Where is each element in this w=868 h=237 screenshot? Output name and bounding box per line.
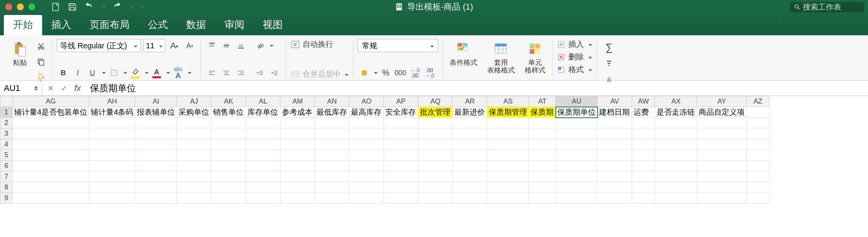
merge-center-button[interactable]: 合并后居中: [290, 69, 349, 79]
cell[interactable]: [177, 182, 211, 193]
cell[interactable]: [697, 128, 747, 139]
cell[interactable]: [384, 171, 418, 182]
cell[interactable]: [246, 161, 280, 171]
cell[interactable]: [384, 193, 418, 204]
redo-dropdown[interactable]: [129, 2, 133, 12]
column-header[interactable]: AK: [211, 96, 246, 107]
cell[interactable]: [211, 171, 246, 182]
cell[interactable]: 辅计量4是否包装单位: [13, 107, 89, 118]
cell[interactable]: [315, 118, 349, 128]
column-header[interactable]: AM: [280, 96, 315, 107]
number-format-select[interactable]: 常规: [358, 39, 438, 52]
cell[interactable]: [487, 139, 529, 150]
cell[interactable]: [280, 118, 315, 128]
row-header[interactable]: 5: [0, 150, 13, 161]
tab-视图[interactable]: 视图: [254, 15, 292, 35]
cell[interactable]: [487, 171, 529, 182]
cell[interactable]: [280, 171, 315, 182]
search-box[interactable]: [790, 2, 864, 12]
cell[interactable]: [315, 193, 349, 204]
cell[interactable]: [13, 171, 89, 182]
cell[interactable]: [13, 128, 89, 139]
cell[interactable]: [315, 182, 349, 193]
cell[interactable]: [747, 128, 770, 139]
decrease-indent-button[interactable]: [254, 66, 267, 79]
cell[interactable]: [280, 150, 315, 161]
cell[interactable]: [529, 150, 556, 161]
percent-button[interactable]: %: [379, 66, 392, 79]
column-header[interactable]: AJ: [177, 96, 211, 107]
cell[interactable]: [246, 118, 280, 128]
orientation-button[interactable]: ab: [254, 39, 267, 52]
cell[interactable]: [89, 128, 135, 139]
undo-icon[interactable]: [84, 2, 94, 12]
cell[interactable]: [13, 182, 89, 193]
cell[interactable]: [556, 128, 598, 139]
cell[interactable]: [453, 139, 487, 150]
cell[interactable]: [315, 128, 349, 139]
cell[interactable]: [89, 171, 135, 182]
fill-color-dropdown[interactable]: [143, 71, 149, 75]
cell[interactable]: [529, 171, 556, 182]
borders-button[interactable]: [107, 66, 120, 79]
tab-开始[interactable]: 开始: [4, 15, 42, 35]
row-header[interactable]: 8: [0, 182, 13, 193]
cell[interactable]: [280, 139, 315, 150]
clear-button[interactable]: [601, 73, 617, 86]
cell[interactable]: [418, 139, 453, 150]
align-bottom-button[interactable]: [234, 39, 247, 52]
cell[interactable]: [177, 139, 211, 150]
cell[interactable]: 最低库存: [315, 107, 349, 118]
cell[interactable]: [556, 161, 598, 171]
column-header[interactable]: AU: [556, 96, 598, 107]
sort-filter-button[interactable]: [601, 57, 617, 70]
format-cells-button[interactable]: 格式: [557, 64, 592, 75]
cell[interactable]: [598, 150, 632, 161]
cell[interactable]: [211, 118, 246, 128]
cut-button[interactable]: [34, 40, 47, 53]
cell[interactable]: [418, 128, 453, 139]
column-header[interactable]: AR: [453, 96, 487, 107]
cell[interactable]: [135, 128, 177, 139]
cell[interactable]: [135, 118, 177, 128]
cell[interactable]: [349, 171, 384, 182]
cell[interactable]: 安全库存: [384, 107, 418, 118]
cell[interactable]: [487, 161, 529, 171]
cell[interactable]: [529, 161, 556, 171]
cell[interactable]: [632, 128, 655, 139]
cell[interactable]: [349, 128, 384, 139]
cell[interactable]: [529, 128, 556, 139]
cell[interactable]: [280, 128, 315, 139]
cell[interactable]: 辅计量4条码: [89, 107, 135, 118]
cell[interactable]: [487, 193, 529, 204]
cell[interactable]: [632, 171, 655, 182]
column-header[interactable]: AS: [487, 96, 529, 107]
phonetic-dropdown[interactable]: [186, 71, 192, 75]
cell[interactable]: [453, 171, 487, 182]
redo-icon[interactable]: [112, 2, 122, 12]
cell[interactable]: [556, 182, 598, 193]
cell[interactable]: [453, 182, 487, 193]
cell[interactable]: [246, 182, 280, 193]
cell[interactable]: [697, 150, 747, 161]
font-name-select[interactable]: 等线 Regular (正文): [57, 39, 141, 52]
tab-公式[interactable]: 公式: [139, 15, 177, 35]
cell[interactable]: [280, 193, 315, 204]
cell[interactable]: [598, 118, 632, 128]
align-left-button[interactable]: [205, 66, 218, 79]
cell[interactable]: [89, 161, 135, 171]
cell[interactable]: [418, 193, 453, 204]
undo-dropdown[interactable]: [101, 2, 105, 12]
cell[interactable]: 批次管理: [418, 107, 453, 118]
cell[interactable]: [598, 161, 632, 171]
cell[interactable]: [13, 150, 89, 161]
cell[interactable]: [211, 150, 246, 161]
cell[interactable]: [747, 118, 770, 128]
cell[interactable]: [418, 118, 453, 128]
cell[interactable]: [747, 150, 770, 161]
fill-color-button[interactable]: [129, 66, 142, 79]
column-header[interactable]: AY: [697, 96, 747, 107]
cell[interactable]: [598, 139, 632, 150]
decrease-decimal-button[interactable]: .00→.0: [423, 66, 436, 79]
cell[interactable]: [418, 182, 453, 193]
